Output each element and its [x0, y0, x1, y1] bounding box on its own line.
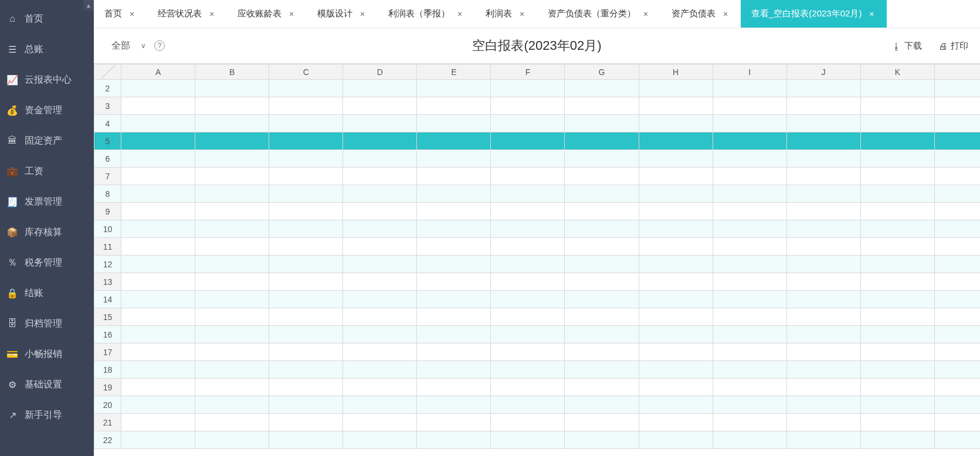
column-header[interactable]: B — [195, 64, 269, 80]
tab-3[interactable]: 模版设计× — [307, 0, 378, 28]
cell[interactable] — [860, 431, 934, 449]
cell[interactable] — [934, 361, 980, 379]
cell[interactable] — [343, 220, 417, 238]
cell[interactable] — [491, 414, 565, 431]
row-header[interactable]: 18 — [94, 361, 121, 379]
sidebar-item-9[interactable]: 🔒结账 — [0, 278, 94, 308]
cell[interactable] — [343, 80, 417, 97]
cell[interactable] — [269, 414, 343, 431]
cell[interactable] — [195, 379, 269, 396]
cell[interactable] — [417, 326, 491, 343]
cell[interactable] — [491, 220, 565, 238]
cell[interactable] — [934, 203, 980, 220]
cell[interactable] — [639, 115, 713, 132]
sidebar-item-2[interactable]: 📈云报表中心 — [0, 64, 94, 95]
cell[interactable] — [491, 431, 565, 449]
cell[interactable] — [417, 273, 491, 291]
cell[interactable] — [639, 326, 713, 343]
cell[interactable] — [417, 132, 491, 150]
cell[interactable] — [934, 326, 980, 343]
cell[interactable] — [269, 115, 343, 132]
cell[interactable] — [343, 326, 417, 343]
cell[interactable] — [195, 238, 269, 256]
cell[interactable] — [934, 308, 980, 326]
cell[interactable] — [639, 291, 713, 308]
cell[interactable] — [343, 97, 417, 115]
cell[interactable] — [934, 238, 980, 256]
cell[interactable] — [639, 203, 713, 220]
tab-6[interactable]: 资产负债表（重分类）× — [537, 0, 661, 28]
cell[interactable] — [639, 150, 713, 168]
cell[interactable] — [121, 379, 195, 396]
cell[interactable] — [565, 115, 639, 132]
cell[interactable] — [860, 326, 934, 343]
cell[interactable] — [121, 308, 195, 326]
cell[interactable] — [934, 97, 980, 115]
cell[interactable] — [195, 220, 269, 238]
cell[interactable] — [417, 150, 491, 168]
column-header[interactable]: A — [121, 64, 195, 80]
cell[interactable] — [491, 326, 565, 343]
cell[interactable] — [121, 396, 195, 414]
column-header[interactable]: K — [860, 64, 934, 80]
sidebar-item-11[interactable]: 💳小畅报销 — [0, 339, 94, 369]
row-header[interactable]: 16 — [94, 326, 121, 343]
tab-4[interactable]: 利润表（季报）× — [378, 0, 475, 28]
close-icon[interactable]: × — [287, 9, 296, 19]
cell[interactable] — [860, 343, 934, 361]
cell[interactable] — [786, 97, 860, 115]
cell[interactable] — [121, 168, 195, 185]
row-header[interactable]: 12 — [94, 256, 121, 273]
download-button[interactable]: ⭳ 下载 — [892, 40, 922, 52]
cell[interactable] — [343, 343, 417, 361]
cell[interactable] — [343, 414, 417, 431]
cell[interactable] — [565, 308, 639, 326]
cell[interactable] — [417, 379, 491, 396]
cell[interactable] — [786, 361, 860, 379]
cell[interactable] — [565, 291, 639, 308]
cell[interactable] — [713, 414, 786, 431]
cell[interactable] — [639, 80, 713, 97]
cell[interactable] — [860, 379, 934, 396]
cell[interactable] — [713, 220, 786, 238]
cell[interactable] — [639, 220, 713, 238]
cell[interactable] — [639, 343, 713, 361]
cell[interactable] — [269, 168, 343, 185]
cell[interactable] — [786, 238, 860, 256]
cell[interactable] — [860, 273, 934, 291]
cell[interactable] — [269, 220, 343, 238]
column-header[interactable]: I — [713, 64, 786, 80]
spreadsheet[interactable]: ABCDEFGHIJK 2345678910111213141516171819… — [94, 63, 980, 456]
cell[interactable] — [121, 291, 195, 308]
cell[interactable] — [565, 168, 639, 185]
cell[interactable] — [713, 326, 786, 343]
cell[interactable] — [786, 396, 860, 414]
cell[interactable] — [713, 396, 786, 414]
column-header[interactable]: J — [786, 64, 860, 80]
cell[interactable] — [417, 414, 491, 431]
cell[interactable] — [639, 97, 713, 115]
cell[interactable] — [860, 132, 934, 150]
cell[interactable] — [713, 97, 786, 115]
cell[interactable] — [786, 185, 860, 203]
column-header[interactable]: E — [417, 64, 491, 80]
row-header[interactable]: 5 — [94, 132, 121, 150]
cell[interactable] — [343, 431, 417, 449]
column-header[interactable]: H — [639, 64, 713, 80]
cell[interactable] — [343, 132, 417, 150]
cell[interactable] — [121, 431, 195, 449]
cell[interactable] — [491, 238, 565, 256]
row-header[interactable]: 13 — [94, 273, 121, 291]
cell[interactable] — [417, 97, 491, 115]
row-header[interactable]: 22 — [94, 431, 121, 449]
cell[interactable] — [417, 308, 491, 326]
cell[interactable] — [565, 379, 639, 396]
row-header[interactable]: 19 — [94, 379, 121, 396]
tab-8[interactable]: 查看_空白报表(2023年02月)× — [741, 0, 887, 28]
cell[interactable] — [121, 256, 195, 273]
cell[interactable] — [934, 414, 980, 431]
cell[interactable] — [565, 185, 639, 203]
cell[interactable] — [195, 132, 269, 150]
cell[interactable] — [786, 150, 860, 168]
row-header[interactable]: 8 — [94, 185, 121, 203]
